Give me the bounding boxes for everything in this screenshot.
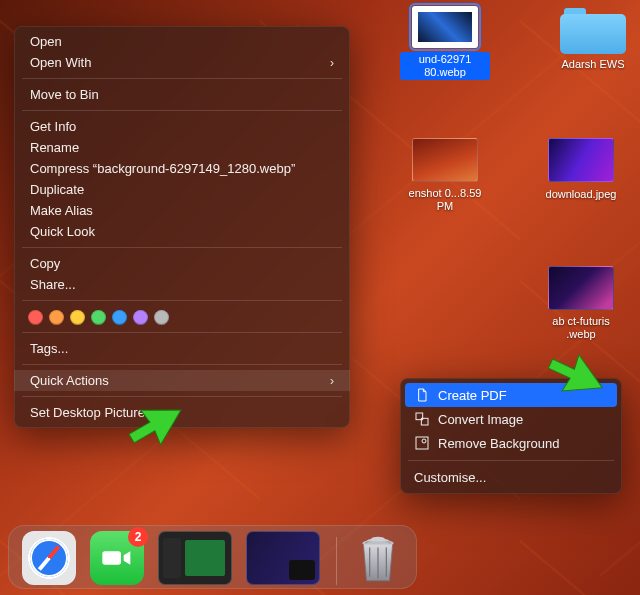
menu-item-label: Duplicate — [30, 182, 84, 197]
tag-blue[interactable] — [112, 310, 127, 325]
menu-item-open-with[interactable]: Open With› — [14, 52, 350, 73]
menu-item-get-info[interactable]: Get Info — [14, 116, 350, 137]
remove-bg-icon — [414, 435, 430, 451]
desktop-icon-4[interactable]: ab ct-futuris .webp — [536, 266, 626, 342]
desktop-icon-label: download.jpeg — [541, 187, 622, 202]
dock-divider — [336, 537, 337, 585]
facetime-badge: 2 — [128, 527, 148, 547]
desktop-icon-2[interactable]: enshot 0...8.59 PM — [400, 138, 490, 214]
dock-window-thumb-2[interactable] — [246, 531, 320, 585]
desktop-icon-label: Adarsh EWS — [557, 57, 630, 72]
file-thumb — [412, 138, 478, 182]
menu-item-label: Set Desktop Picture — [30, 405, 145, 420]
file-thumb — [412, 6, 478, 48]
quick-actions-submenu: Create PDFConvert ImageRemove Background… — [400, 378, 622, 494]
submenu-item-customise[interactable]: Customise... — [400, 466, 622, 489]
submenu-item-label: Customise... — [414, 470, 486, 485]
context-menu: OpenOpen With›Move to BinGet InfoRenameC… — [14, 26, 350, 428]
menu-item-compress-background-6297149-1280-webp[interactable]: Compress “background-6297149_1280.webp” — [14, 158, 350, 179]
tag-gray[interactable] — [154, 310, 169, 325]
menu-item-open[interactable]: Open — [14, 31, 350, 52]
desktop-icon-label: ab ct-futuris .webp — [536, 314, 626, 342]
menu-separator — [22, 78, 342, 79]
svg-rect-2 — [416, 437, 428, 449]
menu-separator — [22, 110, 342, 111]
chevron-right-icon: › — [330, 56, 334, 70]
menu-item-label: Copy — [30, 256, 60, 271]
dock-app-safari[interactable] — [22, 531, 76, 585]
menu-separator — [22, 247, 342, 248]
svg-point-3 — [422, 439, 426, 443]
desktop-icon-1[interactable]: Adarsh EWS — [548, 6, 638, 72]
doc-icon — [414, 387, 430, 403]
menu-item-rename[interactable]: Rename — [14, 137, 350, 158]
tag-red[interactable] — [28, 310, 43, 325]
tags-row — [14, 306, 350, 327]
menu-item-tags[interactable]: Tags... — [14, 338, 350, 359]
menu-separator — [22, 300, 342, 301]
menu-item-make-alias[interactable]: Make Alias — [14, 200, 350, 221]
menu-item-quick-look[interactable]: Quick Look — [14, 221, 350, 242]
menu-item-label: Make Alias — [30, 203, 93, 218]
tag-green[interactable] — [91, 310, 106, 325]
submenu-item-remove-background[interactable]: Remove Background — [400, 431, 622, 455]
menu-item-set-desktop-picture[interactable]: Set Desktop Picture — [14, 402, 350, 423]
tag-purple[interactable] — [133, 310, 148, 325]
folder-icon — [560, 6, 626, 54]
menu-item-share[interactable]: Share... — [14, 274, 350, 295]
menu-item-move-to-bin[interactable]: Move to Bin — [14, 84, 350, 105]
menu-item-copy[interactable]: Copy — [14, 253, 350, 274]
menu-item-label: Share... — [30, 277, 76, 292]
dock-window-thumb-1[interactable] — [158, 531, 232, 585]
menu-separator — [22, 396, 342, 397]
submenu-item-label: Create PDF — [438, 388, 507, 403]
menu-item-label: Quick Actions — [30, 373, 109, 388]
menu-item-label: Get Info — [30, 119, 76, 134]
file-thumb — [548, 266, 614, 310]
dock: 2 — [8, 525, 417, 589]
tag-yellow[interactable] — [70, 310, 85, 325]
menu-item-label: Quick Look — [30, 224, 95, 239]
convert-icon — [414, 411, 430, 427]
file-thumb — [548, 138, 614, 182]
submenu-item-label: Convert Image — [438, 412, 523, 427]
menu-item-quick-actions[interactable]: Quick Actions› — [14, 370, 350, 391]
submenu-item-label: Remove Background — [438, 436, 559, 451]
dock-trash[interactable] — [353, 531, 403, 585]
submenu-item-convert-image[interactable]: Convert Image — [400, 407, 622, 431]
menu-item-label: Move to Bin — [30, 87, 99, 102]
desktop-icon-3[interactable]: download.jpeg — [536, 138, 626, 202]
menu-item-label: Open With — [30, 55, 91, 70]
chevron-right-icon: › — [330, 374, 334, 388]
dock-app-facetime[interactable]: 2 — [90, 531, 144, 585]
submenu-item-create-pdf[interactable]: Create PDF — [405, 383, 617, 407]
menu-item-label: Open — [30, 34, 62, 49]
menu-item-label: Compress “background-6297149_1280.webp” — [30, 161, 295, 176]
desktop-icon-label: und-62971 80.webp — [400, 52, 490, 80]
menu-item-label: Rename — [30, 140, 79, 155]
menu-item-duplicate[interactable]: Duplicate — [14, 179, 350, 200]
tag-orange[interactable] — [49, 310, 64, 325]
menu-item-label: Tags... — [30, 341, 68, 356]
desktop-icon-label: enshot 0...8.59 PM — [400, 186, 490, 214]
desktop-icon-0[interactable]: und-62971 80.webp — [400, 6, 490, 80]
menu-separator — [22, 364, 342, 365]
